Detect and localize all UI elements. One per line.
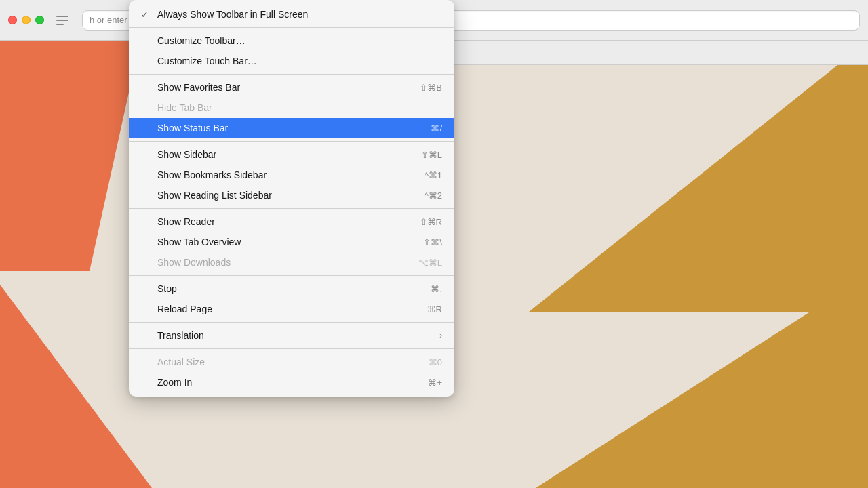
menu-label-show-favorites-bar: Show Favorites Bar	[157, 82, 240, 93]
menu-label-customize-touch-bar: Customize Touch Bar…	[157, 56, 257, 66]
checkmark-icon: ✓	[141, 9, 152, 20]
menu-shortcut-zoom-in: ⌘+	[428, 378, 442, 388]
menu-shortcut-stop: ⌘.	[431, 284, 442, 294]
menu-separator-2	[129, 74, 454, 75]
menu-item-zoom-in[interactable]: Zoom In ⌘+	[129, 372, 454, 392]
menu-label-customize-toolbar: Customize Toolbar…	[157, 35, 245, 46]
menu-separator-6	[129, 322, 454, 323]
menu-item-reload-page[interactable]: Reload Page ⌘R	[129, 299, 454, 319]
menu-separator-4	[129, 208, 454, 209]
menu-shortcut-show-downloads: ⌥⌘L	[418, 258, 442, 268]
menu-label-actual-size: Actual Size	[157, 357, 205, 367]
minimize-button[interactable]	[22, 16, 31, 24]
menu-item-show-status-bar[interactable]: Show Status Bar ⌘/	[129, 118, 454, 138]
menu-item-show-sidebar[interactable]: Show Sidebar ⇧⌘L	[129, 144, 454, 165]
menu-label-show-bookmarks-sidebar: Show Bookmarks Sidebar	[157, 169, 267, 180]
submenu-arrow-translation: ›	[439, 331, 442, 340]
menu-shortcut-show-sidebar: ⇧⌘L	[421, 150, 442, 160]
bg-shape-gold-top	[529, 41, 868, 312]
traffic-lights	[8, 16, 44, 24]
menu-label-show-downloads: Show Downloads	[157, 257, 231, 268]
menu-label-show-status-bar: Show Status Bar	[157, 123, 228, 134]
menu-shortcut-show-favorites-bar: ⇧⌘B	[420, 83, 442, 93]
menu-shortcut-show-bookmarks-sidebar: ^⌘1	[425, 170, 442, 180]
menu-item-show-bookmarks-sidebar[interactable]: Show Bookmarks Sidebar ^⌘1	[129, 165, 454, 185]
close-button[interactable]	[8, 16, 17, 24]
menu-separator-1	[129, 27, 454, 28]
menu-label-hide-tab-bar: Hide Tab Bar	[157, 102, 212, 113]
menu-shortcut-reload-page: ⌘R	[427, 304, 442, 314]
maximize-button[interactable]	[35, 16, 44, 24]
menu-shortcut-show-tab-overview: ⇧⌘\	[423, 237, 442, 247]
menu-item-always-show-toolbar[interactable]: ✓ Always Show Toolbar in Full Screen	[129, 4, 454, 24]
menu-item-show-downloads[interactable]: Show Downloads ⌥⌘L	[129, 252, 454, 272]
menu-shortcut-actual-size: ⌘0	[429, 357, 442, 367]
menu-shortcut-show-reading-list-sidebar: ^⌘2	[425, 190, 442, 201]
menu-label-show-sidebar: Show Sidebar	[157, 149, 216, 160]
menu-label-show-reader: Show Reader	[157, 216, 215, 227]
menu-separator-5	[129, 275, 454, 276]
menu-shortcut-show-reader: ⇧⌘R	[420, 217, 442, 227]
menu-item-show-tab-overview[interactable]: Show Tab Overview ⇧⌘\	[129, 232, 454, 252]
menu-label-zoom-in: Zoom In	[157, 377, 192, 388]
menu-label-translation: Translation	[157, 330, 204, 341]
menu-item-show-favorites-bar[interactable]: Show Favorites Bar ⇧⌘B	[129, 77, 454, 98]
menu-item-show-reader[interactable]: Show Reader ⇧⌘R	[129, 211, 454, 232]
sidebar-toggle-button[interactable]	[56, 16, 68, 25]
menu-item-customize-toolbar[interactable]: Customize Toolbar…	[129, 30, 454, 51]
menu-shortcut-show-status-bar: ⌘/	[431, 123, 442, 134]
bg-shape-orange-left	[0, 0, 149, 271]
menu-separator-3	[129, 141, 454, 142]
menu-label-show-reading-list-sidebar: Show Reading List Sidebar	[157, 190, 272, 201]
menu-item-translation[interactable]: Translation ›	[129, 325, 454, 346]
menu-label-stop: Stop	[157, 283, 177, 294]
menu-item-customize-touch-bar[interactable]: Customize Touch Bar…	[129, 51, 454, 71]
menu-label-show-tab-overview: Show Tab Overview	[157, 237, 241, 247]
menu-label-reload-page: Reload Page	[157, 304, 212, 314]
menu-item-hide-tab-bar[interactable]: Hide Tab Bar	[129, 98, 454, 118]
view-menu: ✓ Always Show Toolbar in Full Screen Cus…	[129, 0, 454, 396]
menu-item-show-reading-list-sidebar[interactable]: Show Reading List Sidebar ^⌘2	[129, 185, 454, 205]
menu-item-stop[interactable]: Stop ⌘.	[129, 279, 454, 299]
menu-item-actual-size[interactable]: Actual Size ⌘0	[129, 352, 454, 372]
menu-label-always-show-toolbar: Always Show Toolbar in Full Screen	[157, 9, 308, 20]
menu-separator-7	[129, 348, 454, 349]
